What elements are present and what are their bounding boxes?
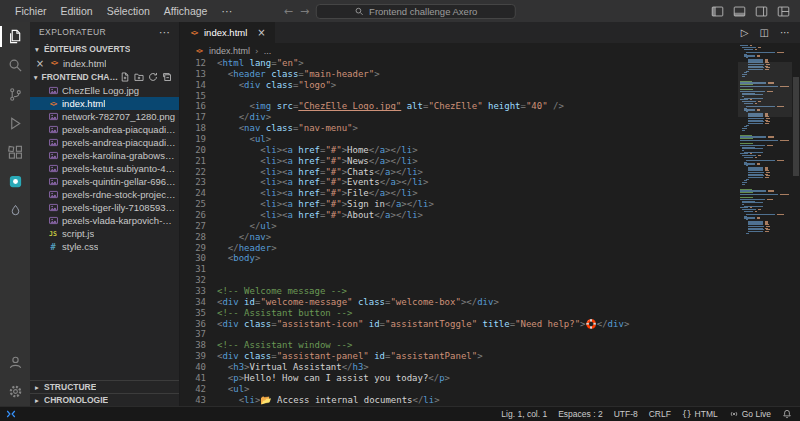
file-row[interactable]: network-782707_1280.png <box>30 110 179 123</box>
account-icon[interactable] <box>0 348 30 377</box>
code-line[interactable]: 20 <li><a href="#">Home</a></li> <box>180 145 800 156</box>
scrollbar-thumb[interactable] <box>793 77 799 176</box>
status-encoding[interactable]: UTF-8 <box>614 409 638 419</box>
go-live-button[interactable]: Go Live <box>729 409 771 419</box>
code-line[interactable]: 27 </ul> <box>180 221 800 232</box>
status-eol[interactable]: CRLF <box>649 409 671 419</box>
code-editor[interactable]: 12<html lang="en">13 <header class="main… <box>180 58 800 406</box>
minimap[interactable] <box>738 43 792 406</box>
code-line[interactable]: 17 </div> <box>180 112 800 123</box>
new-folder-icon[interactable] <box>134 72 144 82</box>
explorer-more-icon[interactable]: ⋯ <box>159 26 170 39</box>
tab-index-html[interactable]: <> index.html × <box>180 22 275 43</box>
explorer-icon[interactable] <box>0 22 30 51</box>
run-button[interactable]: ▷ <box>741 27 749 38</box>
file-row[interactable]: <>index.html <box>30 97 179 110</box>
toggle-primary-sidebar-icon[interactable] <box>711 5 724 18</box>
menu-item[interactable]: ⋯ <box>214 5 239 17</box>
close-icon[interactable]: × <box>35 58 45 69</box>
file-row[interactable]: ChezElle Logo.jpg <box>30 84 179 97</box>
open-editor-item[interactable]: × <> index.html <box>30 56 179 70</box>
forward-arrow-icon[interactable]: → <box>300 5 309 18</box>
split-editor-icon[interactable]: ◫ <box>760 27 769 38</box>
new-file-icon[interactable] <box>120 72 130 82</box>
menu-item[interactable]: Fichier <box>8 5 54 17</box>
extension-teal-icon[interactable] <box>0 167 30 196</box>
remote-indicator-icon[interactable] <box>5 408 17 420</box>
code-line[interactable]: 32 <box>180 275 800 286</box>
code-line[interactable]: 33<!-- Welcome message --> <box>180 286 800 297</box>
code-line[interactable]: 18 <nav class="nav-menu"> <box>180 123 800 134</box>
menu-item[interactable]: Edition <box>54 5 100 17</box>
file-row[interactable]: pexels-karolina-grabowska-4491443.jpg <box>30 149 179 162</box>
status-indentation[interactable]: Espaces : 2 <box>558 409 602 419</box>
line-number: 20 <box>180 145 206 156</box>
open-editors-section[interactable]: ▾ ÉDITEURS OUVERTS <box>30 42 179 56</box>
file-row[interactable]: pexels-andrea-piacquadio-3760093.jpg <box>30 123 179 136</box>
code-line[interactable]: 26 <li><a href="#">About</a></li> <box>180 210 800 221</box>
code-line[interactable]: 36<div class="assistant-icon" id="assist… <box>180 319 800 330</box>
breadcrumb[interactable]: <> index.html › ... <box>180 43 800 58</box>
breadcrumb-rest[interactable]: ... <box>264 46 272 56</box>
refresh-icon[interactable] <box>148 72 158 82</box>
minimap-slider[interactable] <box>738 62 792 117</box>
file-row[interactable]: pexels-tiger-lily-7108593.jpg <box>30 201 179 214</box>
toggle-panel-icon[interactable] <box>733 5 746 18</box>
file-row[interactable]: #style.css <box>30 240 179 253</box>
code-line[interactable]: 25 <li><a href="#">Sign in</a></li> <box>180 199 800 210</box>
menu-item[interactable]: Sélection <box>100 5 157 17</box>
code-line[interactable]: 43 <li>📂 Access internal documents</li> <box>180 395 800 406</box>
code-line[interactable]: 38<!-- Assistant window --> <box>180 340 800 351</box>
code-line[interactable]: 19 <ul> <box>180 134 800 145</box>
code-line[interactable]: 16 <img src="ChezElle Logo.jpg" alt="Che… <box>180 101 800 112</box>
extension-drop-icon[interactable] <box>0 196 30 225</box>
outline-section[interactable]: ▸ STRUCTURE <box>30 380 179 393</box>
code-line[interactable]: 39<div class="assistant-panel" id="assis… <box>180 351 800 362</box>
notifications-bell-icon[interactable] <box>782 409 792 419</box>
code-line[interactable]: 42 <ul> <box>180 384 800 395</box>
breadcrumb-file[interactable]: index.html <box>209 46 250 56</box>
status-language[interactable]: {} HTML <box>682 409 718 419</box>
file-row[interactable]: pexels-ketut-subiyanto-4559597.jpg <box>30 162 179 175</box>
code-line[interactable]: 15 <box>180 91 800 102</box>
file-row[interactable]: pexels-quintin-gellar-696205 (1).jpg <box>30 175 179 188</box>
code-line[interactable]: 40 <h3>Virtual Assistant</h3> <box>180 362 800 373</box>
code-line[interactable]: 41 <p>Hello! How can I assist you today?… <box>180 373 800 384</box>
back-arrow-icon[interactable]: ← <box>284 5 293 18</box>
code-line[interactable]: 13 <header class="main-header"> <box>180 69 800 80</box>
file-row[interactable]: JSscript.js <box>30 227 179 240</box>
menu-item[interactable]: Affichage <box>157 5 215 17</box>
code-line[interactable]: 24 <li><a href="#">File</a></li> <box>180 188 800 199</box>
code-line[interactable]: 12<html lang="en"> <box>180 58 800 69</box>
code-line[interactable]: 35<!-- Assistant button --> <box>180 308 800 319</box>
run-debug-icon[interactable] <box>0 109 30 138</box>
code-line[interactable]: 29 </header> <box>180 243 800 254</box>
code-line[interactable]: 30 <body> <box>180 253 800 264</box>
line-number: 40 <box>180 362 206 373</box>
code-line[interactable]: 31 <box>180 264 800 275</box>
editor-more-icon[interactable]: ⋯ <box>780 27 790 38</box>
timeline-section[interactable]: ▸ CHRONOLOGIE <box>30 393 179 406</box>
code-line[interactable]: 14 <div class="logo"> <box>180 80 800 91</box>
command-center-search[interactable]: Frontend challenge Axero <box>316 4 516 19</box>
collapse-all-icon[interactable] <box>162 72 172 82</box>
status-line-col[interactable]: Lig. 1, col. 1 <box>501 409 547 419</box>
file-row[interactable]: pexels-andrea-piacquadio-3860775.jpg <box>30 136 179 149</box>
vertical-scrollbar[interactable] <box>792 43 800 406</box>
settings-gear-icon[interactable] <box>0 377 30 406</box>
source-control-icon[interactable] <box>0 80 30 109</box>
close-icon[interactable]: × <box>257 27 265 38</box>
file-row[interactable]: pexels-vlada-karpovich-4050345.jpg <box>30 214 179 227</box>
code-line[interactable]: 21 <li><a href="#">News</a></li> <box>180 156 800 167</box>
file-row[interactable]: pexels-rdne-stock-project-758112.jpg <box>30 188 179 201</box>
code-line[interactable]: 34<div id="welcome-message" class="welco… <box>180 297 800 308</box>
customize-layout-icon[interactable] <box>777 5 790 18</box>
code-line[interactable]: 28 </nav> <box>180 232 800 243</box>
code-line[interactable]: 22 <li><a href="#">Chats</a></li> <box>180 167 800 178</box>
search-icon[interactable] <box>0 51 30 80</box>
code-line[interactable]: 23 <li><a href="#">Events</a></li> <box>180 177 800 188</box>
extensions-icon[interactable] <box>0 138 30 167</box>
folder-section[interactable]: ▾ FRONTEND CHALLENGE <box>30 70 179 84</box>
code-line[interactable]: 37 <box>180 329 800 340</box>
toggle-secondary-sidebar-icon[interactable] <box>755 5 768 18</box>
